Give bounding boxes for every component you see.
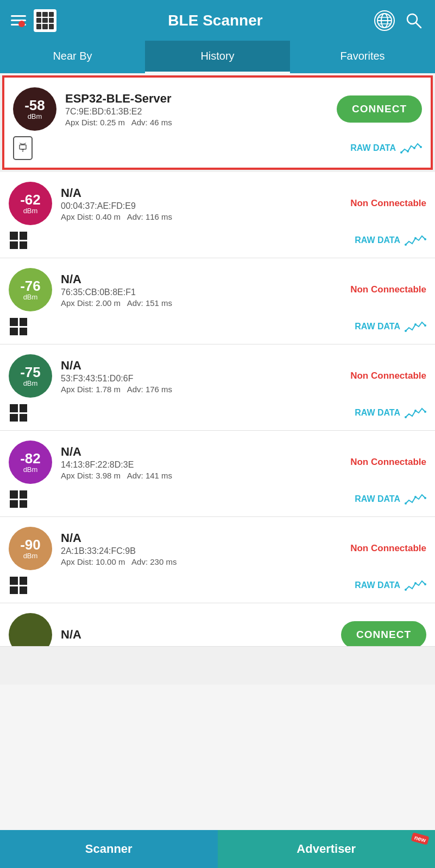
svg-point-10 xyxy=(407,150,409,152)
globe-button[interactable] xyxy=(374,10,395,31)
device-info-1: ESP32-BLE-Server 7C:9E:BD:61:3B:E2 Apx D… xyxy=(65,92,328,127)
device-name-6: N/A xyxy=(61,531,342,545)
non-connectable-3: Non Connectable xyxy=(350,284,426,295)
device-dist-5: Apx Dist: 3.98 m Adv: 141 ms xyxy=(61,471,342,480)
device-card-7: N/A CONNECT xyxy=(0,603,435,647)
svg-point-26 xyxy=(414,582,417,584)
rssi-circle-2: -62 dBm xyxy=(9,182,52,225)
device-mac-6: 2A:1B:33:24:FC:9B xyxy=(61,546,342,556)
svg-point-17 xyxy=(414,323,417,326)
advertiser-tab[interactable]: Advertiser new xyxy=(218,830,436,868)
svg-point-9 xyxy=(400,151,402,154)
card-footer-4: RAW DATA xyxy=(9,403,426,423)
raw-data-button-5[interactable]: RAW DATA xyxy=(355,492,426,507)
app-header: BLE Scanner xyxy=(0,0,435,41)
svg-point-13 xyxy=(405,244,407,246)
rssi-circle-7 xyxy=(9,613,52,647)
raw-data-button-2[interactable]: RAW DATA xyxy=(355,233,426,248)
svg-point-21 xyxy=(424,411,426,413)
tab-nearby[interactable]: Near By xyxy=(0,41,145,73)
raw-data-button-3[interactable]: RAW DATA xyxy=(355,319,426,334)
svg-point-15 xyxy=(424,238,426,240)
rssi-circle-1: -58 dBm xyxy=(13,87,56,131)
header-left xyxy=(11,9,56,32)
bottom-navigation: Scanner Advertiser new xyxy=(0,830,435,868)
device-info-5: N/A 14:13:8F:22:8D:3E Apx Dist: 3.98 m A… xyxy=(61,445,342,480)
card-main-5: -82 dBm N/A 14:13:8F:22:8D:3E Apx Dist: … xyxy=(9,441,426,484)
notification-dot xyxy=(18,21,25,27)
chart-icon-4 xyxy=(405,405,426,420)
device-dist-4: Apx Dist: 1.78 m Adv: 176 ms xyxy=(61,385,342,394)
search-button[interactable] xyxy=(404,10,424,31)
card-footer-6: RAW DATA xyxy=(9,576,426,595)
device-card-2: -62 dBm N/A 00:04:37:AE:FD:E9 Apx Dist: … xyxy=(0,172,435,258)
svg-point-16 xyxy=(405,330,407,332)
device-info-3: N/A 76:35:CB:0B:8E:F1 Apx Dist: 2.00 m A… xyxy=(61,272,342,308)
chart-icon-5 xyxy=(405,492,426,507)
connect-button-7[interactable]: CONNECT xyxy=(341,621,426,647)
qr-code-button[interactable] xyxy=(34,9,56,32)
device-card-3: -76 dBm N/A 76:35:CB:0B:8E:F1 Apx Dist: … xyxy=(0,258,435,344)
card-main-7: N/A CONNECT xyxy=(9,613,426,647)
device-name-3: N/A xyxy=(61,272,342,286)
device-card-5: -82 dBm N/A 14:13:8F:22:8D:3E Apx Dist: … xyxy=(0,431,435,517)
phone-icon xyxy=(13,136,33,160)
card-main-3: -76 dBm N/A 76:35:CB:0B:8E:F1 Apx Dist: … xyxy=(9,268,426,311)
svg-point-23 xyxy=(414,496,417,498)
device-type-icon-1 xyxy=(13,136,33,160)
grid-icon-5 xyxy=(9,489,28,509)
svg-point-18 xyxy=(424,324,426,327)
new-badge: new xyxy=(411,832,429,845)
device-mac-4: 53:F3:43:51:D0:6F xyxy=(61,374,342,384)
app-title: BLE Scanner xyxy=(168,12,262,29)
card-footer-3: RAW DATA xyxy=(9,317,426,336)
device-info-7: N/A xyxy=(61,628,332,642)
header-right xyxy=(374,10,424,31)
device-mac-5: 14:13:8F:22:8D:3E xyxy=(61,460,342,470)
tab-history[interactable]: History xyxy=(145,41,290,73)
svg-point-27 xyxy=(424,583,426,585)
grid-icon-3 xyxy=(9,317,28,336)
menu-button[interactable] xyxy=(11,15,26,25)
device-card-1: -58 dBm ESP32-BLE-Server 7C:9E:BD:61:3B:… xyxy=(2,75,433,170)
card-footer-2: RAW DATA xyxy=(9,231,426,250)
device-dist-2: Apx Dist: 0.40 m Adv: 116 ms xyxy=(61,212,342,221)
device-info-2: N/A 00:04:37:AE:FD:E9 Apx Dist: 0.40 m A… xyxy=(61,186,342,221)
svg-point-25 xyxy=(405,589,407,591)
device-info-4: N/A 53:F3:43:51:D0:6F Apx Dist: 1.78 m A… xyxy=(61,359,342,394)
non-connectable-4: Non Connectable xyxy=(350,371,426,381)
grid-icon-2 xyxy=(9,231,28,250)
card-footer-5: RAW DATA xyxy=(9,489,426,509)
scanner-tab[interactable]: Scanner xyxy=(0,830,218,868)
device-dist-1: Apx Dist: 0.25 m Adv: 46 ms xyxy=(65,118,328,127)
non-connectable-5: Non Connectable xyxy=(350,457,426,468)
device-mac-2: 00:04:37:AE:FD:E9 xyxy=(61,201,342,211)
rssi-circle-3: -76 dBm xyxy=(9,268,52,311)
device-mac-3: 76:35:CB:0B:8E:F1 xyxy=(61,288,342,297)
device-list: -58 dBm ESP32-BLE-Server 7C:9E:BD:61:3B:… xyxy=(0,75,435,685)
device-name-4: N/A xyxy=(61,359,342,373)
non-connectable-2: Non Connectable xyxy=(350,198,426,209)
svg-rect-7 xyxy=(20,145,26,149)
device-card-4: -75 dBm N/A 53:F3:43:51:D0:6F Apx Dist: … xyxy=(0,344,435,431)
device-info-6: N/A 2A:1B:33:24:FC:9B Apx Dist: 10.00 m … xyxy=(61,531,342,566)
svg-point-12 xyxy=(420,146,422,148)
chart-icon-6 xyxy=(405,578,426,593)
raw-data-button-4[interactable]: RAW DATA xyxy=(355,405,426,420)
card-main-6: -90 dBm N/A 2A:1B:33:24:FC:9B Apx Dist: … xyxy=(9,527,426,570)
device-mac-1: 7C:9E:BD:61:3B:E2 xyxy=(65,107,328,117)
tab-favorites[interactable]: Favorites xyxy=(290,41,435,73)
svg-point-14 xyxy=(414,237,417,239)
card-main-1: -58 dBm ESP32-BLE-Server 7C:9E:BD:61:3B:… xyxy=(13,87,422,131)
rssi-circle-5: -82 dBm xyxy=(9,441,52,484)
chart-icon-3 xyxy=(405,319,426,334)
tab-bar: Near By History Favorites xyxy=(0,41,435,73)
raw-data-button-1[interactable]: RAW DATA xyxy=(350,141,422,156)
card-main-4: -75 dBm N/A 53:F3:43:51:D0:6F Apx Dist: … xyxy=(9,354,426,398)
raw-data-button-6[interactable]: RAW DATA xyxy=(355,578,426,593)
device-name-1: ESP32-BLE-Server xyxy=(65,92,328,106)
chart-icon-2 xyxy=(405,233,426,248)
connect-button-1[interactable]: CONNECT xyxy=(337,95,422,123)
card-main-2: -62 dBm N/A 00:04:37:AE:FD:E9 Apx Dist: … xyxy=(9,182,426,225)
non-connectable-6: Non Connectable xyxy=(350,543,426,554)
